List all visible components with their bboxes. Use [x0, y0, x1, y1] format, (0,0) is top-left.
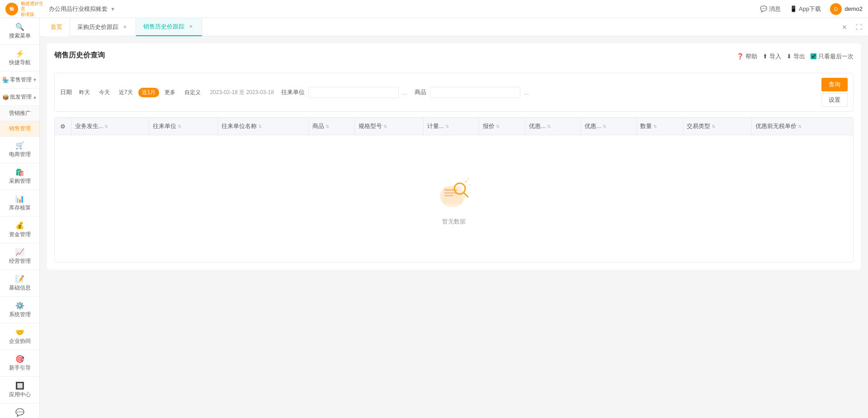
date-opt-1month[interactable]: 近1月: [138, 88, 160, 97]
shortcut-icon: ⚡: [15, 49, 24, 58]
table-col-product[interactable]: 商品 ⇅: [308, 118, 354, 135]
sidebar-item-label: 批发管理: [10, 93, 32, 101]
table-col-unit[interactable]: 计量... ⇅: [423, 118, 479, 135]
export-button[interactable]: ⬇ 导出: [787, 52, 805, 61]
message-icon: 💬: [760, 5, 767, 12]
sidebar-item-apps[interactable]: 🔲 应用中心: [0, 377, 39, 404]
purchase-history-tab-label: 采购历史价跟踪: [77, 23, 118, 31]
sidebar-item-purchase[interactable]: 🛍️ 采购管理: [0, 163, 39, 190]
sidebar-item-label: 快捷导航: [9, 59, 31, 66]
help-button[interactable]: ❓ 帮助: [736, 52, 757, 61]
chevron-down-icon: ▼: [33, 77, 37, 82]
table-col-partner-code[interactable]: 往来单位 ⇅: [149, 118, 217, 135]
sidebar-item-marketing[interactable]: 营销推广: [0, 106, 39, 121]
avatar: D: [830, 3, 842, 15]
product-filter-group: 商品 ...: [415, 87, 529, 98]
sidebar-item-label: 企业协同: [9, 337, 31, 345]
sort-icon: ⇅: [326, 124, 329, 129]
sidebar-item-enterprise[interactable]: 🤝 企业协同: [0, 323, 39, 350]
main-layout: 🔍 搜索菜单 ⚡ 快捷导航 🏪 零售管理 ▼ 📦 批发管理 ▲ 营销推广 销售管…: [0, 18, 868, 418]
date-opt-today[interactable]: 今天: [95, 88, 113, 97]
sidebar-item-system[interactable]: ⚙️ 系统管理: [0, 297, 39, 323]
sort-icon: ⇅: [547, 124, 551, 129]
empty-state: 暂无数据: [55, 135, 853, 262]
table-col-trade-type[interactable]: 交易类型 ⇅: [683, 118, 751, 135]
search-icon: 🔍: [15, 23, 24, 31]
table-col-partner-name[interactable]: 往来单位名称 ⇅: [217, 118, 308, 135]
sort-icon: ⇅: [104, 124, 108, 129]
sidebar-item-label: 销售管理: [9, 125, 31, 133]
close-all-tabs-button[interactable]: ✕: [839, 22, 850, 33]
close-purchase-history-tab[interactable]: ✕: [121, 24, 128, 31]
home-tab-label: 首页: [51, 23, 62, 31]
sort-icon: ⇅: [445, 124, 449, 129]
sidebar-item-newbie[interactable]: 🎯 新手引导: [0, 350, 39, 377]
only-last-checkbox[interactable]: [811, 53, 816, 59]
wechat-icon: 💬: [15, 408, 24, 417]
sales-history-tab-label: 销售历史价跟踪: [143, 23, 184, 31]
sidebar-item-label: 经营管理: [9, 257, 31, 265]
sort-icon: ⇅: [712, 124, 715, 129]
table-col-discount1[interactable]: 优惠... ⇅: [525, 118, 581, 135]
product-filter-dots[interactable]: ...: [524, 89, 529, 96]
table-col-discount2[interactable]: 优惠... ⇅: [581, 118, 637, 135]
sidebar: 🔍 搜索菜单 ⚡ 快捷导航 🏪 零售管理 ▼ 📦 批发管理 ▲ 营销推广 销售管…: [0, 18, 40, 418]
date-opt-more[interactable]: 更多: [161, 88, 179, 97]
toolbar: ❓ 帮助 ⬆ 导入 ⬇ 导出 只看最后一次: [736, 52, 854, 61]
settings-gear-icon[interactable]: ⚙: [60, 123, 66, 130]
date-opt-yesterday[interactable]: 昨天: [75, 88, 94, 97]
tab-sales-history[interactable]: 销售历史价跟踪 ✕: [136, 18, 202, 36]
sidebar-item-search[interactable]: 🔍 搜索菜单: [0, 18, 39, 45]
date-filter-label: 日期: [60, 88, 72, 96]
sidebar-item-shortcut[interactable]: ⚡ 快捷导航: [0, 45, 39, 71]
sidebar-item-ecommerce[interactable]: 🛒 电商管理: [0, 137, 39, 163]
filter-bar: 日期 昨天 今天 近7天 近1月 更多 自定义 2023-02-18 至 202…: [54, 73, 854, 112]
message-button[interactable]: 💬 消息: [760, 5, 781, 13]
table-col-quantity[interactable]: 数量 ⇅: [637, 118, 683, 135]
fullscreen-button[interactable]: ⛶: [854, 22, 864, 33]
sidebar-item-label: 电商管理: [9, 151, 31, 158]
content-area: 首页 采购历史价跟踪 ✕ 销售历史价跟踪 ✕ ✕ ⛶ 销售历史价查询: [40, 18, 868, 418]
table-col-spec[interactable]: 规格型号 ⇅: [355, 118, 424, 135]
close-sales-history-tab[interactable]: ✕: [187, 23, 194, 30]
sidebar-item-finance[interactable]: 💰 资金管理: [0, 217, 39, 243]
sidebar-item-basic[interactable]: 📝 基础信息: [0, 270, 39, 297]
inventory-icon: 📊: [15, 195, 24, 203]
partner-filter-input[interactable]: [308, 87, 399, 98]
sidebar-item-retail[interactable]: 🏪 零售管理 ▼: [0, 71, 39, 89]
chevron-up-icon: ▲: [33, 95, 37, 100]
purchase-icon: 🛍️: [15, 168, 24, 176]
download-icon: 📱: [790, 5, 797, 12]
data-table: ⚙ 业务发生... ⇅ 往来单: [55, 118, 853, 262]
only-last-checkbox-label[interactable]: 只看最后一次: [811, 52, 854, 61]
product-filter-input[interactable]: [430, 87, 520, 98]
sidebar-item-wholesale[interactable]: 📦 批发管理 ▲: [0, 89, 39, 106]
sidebar-item-sales-mgmt[interactable]: 销售管理: [0, 121, 39, 137]
sidebar-item-label: 库存核算: [9, 204, 31, 212]
sidebar-item-label: 营销推广: [9, 109, 31, 117]
page-content: 销售历史价查询 ❓ 帮助 ⬆ 导入 ⬇ 导出: [40, 36, 868, 418]
sidebar-item-label: 搜索菜单: [9, 32, 31, 40]
tab-home[interactable]: 首页: [43, 18, 70, 36]
table-col-settings[interactable]: ⚙: [55, 118, 71, 135]
table-col-pretax-price[interactable]: 优惠前无税单价 ⇅: [751, 118, 853, 135]
app-selector[interactable]: 办公用品行业模拟账套 ▼: [45, 5, 760, 13]
import-button[interactable]: ⬆ 导入: [763, 52, 781, 61]
date-opt-custom[interactable]: 自定义: [181, 88, 204, 97]
chevron-down-icon: ▼: [110, 6, 115, 12]
date-filter-group: 日期 昨天 今天 近7天 近1月 更多 自定义 2023-02-18 至 202…: [60, 88, 274, 97]
tab-purchase-history[interactable]: 采购历史价跟踪 ✕: [70, 18, 136, 36]
table-col-quote[interactable]: 报价 ⇅: [479, 118, 525, 135]
settings-button[interactable]: 设置: [821, 93, 848, 107]
sidebar-item-label: 资金管理: [9, 231, 31, 238]
sidebar-item-operations[interactable]: 📈 经营管理: [0, 243, 39, 270]
table-col-biz-date[interactable]: 业务发生... ⇅: [71, 118, 149, 135]
user-area[interactable]: D demo2: [830, 3, 863, 15]
sidebar-item-inventory[interactable]: 📊 库存核算: [0, 190, 39, 217]
partner-filter-dots[interactable]: ...: [402, 89, 407, 96]
app-download-button[interactable]: 📱 App下载: [790, 5, 821, 13]
sort-icon: ⇅: [798, 124, 802, 129]
date-opt-7days[interactable]: 近7天: [115, 88, 137, 97]
sidebar-item-wechat[interactable]: 💬 企业微信: [0, 404, 39, 418]
search-button[interactable]: 查询: [821, 78, 848, 91]
